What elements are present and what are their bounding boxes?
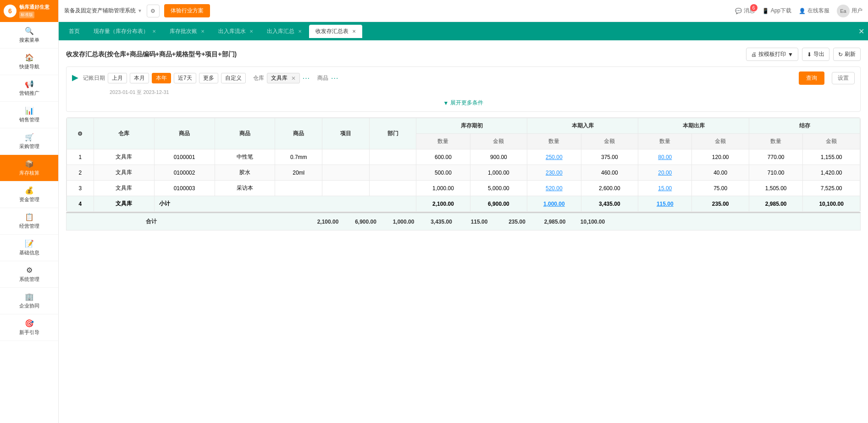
row-in-qty-1[interactable]: 230.00 bbox=[527, 165, 581, 181]
date-custom-btn[interactable]: 自定义 bbox=[221, 73, 246, 83]
warehouse-tag-close[interactable]: ✕ bbox=[291, 75, 296, 82]
data-table: ⚙ 仓库 商品 商品 商品 项目 部门 库存期初 本期入库 本期出库 结存 数量 bbox=[66, 118, 860, 212]
table-row: 3 文具库 0100003 采访本 1,000.00 5,000.00 520.… bbox=[67, 181, 860, 196]
tab-batch-ledger[interactable]: 库存批次账 ✕ bbox=[163, 25, 211, 38]
refresh-icon: ↻ bbox=[838, 51, 843, 58]
tab-inventory-dist-label: 现存量（库存分布表） bbox=[94, 27, 149, 35]
row-warehouse-2: 文具库 bbox=[94, 181, 154, 196]
tab-inventory-dist-close[interactable]: ✕ bbox=[152, 29, 156, 34]
subtotal-bal-qty: 2,985.00 bbox=[749, 196, 803, 212]
export-button[interactable]: ⬇ 导出 bbox=[802, 48, 829, 61]
subtotal-row: 4 文具库 小计 2,100.00 6,900.00 1,000.00 3,43… bbox=[67, 196, 860, 212]
date-7days-btn[interactable]: 近7天 bbox=[174, 73, 196, 83]
sidebar-nav: 🔍 搜索菜单 🏠 快捷导航 📢 营销推广 📊 销售管理 🛒 采购管理 📦 库存核… bbox=[0, 22, 58, 423]
row-in-qty-2[interactable]: 520.00 bbox=[527, 181, 581, 196]
sidebar-item-basic-info[interactable]: 📝 基础信息 bbox=[0, 235, 58, 261]
subtotal-init-amt: 6,900.00 bbox=[470, 196, 527, 212]
search-icon: 🔍 bbox=[25, 27, 34, 35]
period-in-group-header: 本期入库 bbox=[527, 118, 638, 134]
total-out-qty: 115.00 bbox=[461, 219, 498, 225]
tab-inout-flow-close[interactable]: ✕ bbox=[249, 29, 253, 34]
tab-home[interactable]: 首页 bbox=[62, 25, 86, 38]
row-out-qty-2[interactable]: 15.00 bbox=[638, 181, 692, 196]
basic-info-icon: 📝 bbox=[25, 239, 34, 248]
tab-inventory-dist[interactable]: 现存量（库存分布表） ✕ bbox=[87, 25, 162, 38]
print-button[interactable]: 🖨 按模板打印 ▼ bbox=[746, 48, 798, 61]
warehouse-more-dots[interactable]: ··· bbox=[303, 74, 310, 82]
home-icon: 🏠 bbox=[25, 53, 34, 62]
user-action[interactable]: Ea 用户 bbox=[837, 5, 862, 17]
row-init-amt-0: 900.00 bbox=[470, 149, 527, 165]
sidebar-item-operations[interactable]: 📋 经营管理 bbox=[0, 208, 58, 235]
sidebar-label-guide: 新手引导 bbox=[19, 329, 39, 336]
row-out-qty-0[interactable]: 80.00 bbox=[638, 149, 692, 165]
refresh-button[interactable]: ↻ 刷新 bbox=[833, 48, 861, 61]
subtotal-warehouse: 文具库 bbox=[94, 196, 154, 212]
sidebar-label-basic-info: 基础信息 bbox=[19, 249, 39, 256]
row-spec-1: 20ml bbox=[275, 165, 322, 181]
sidebar-item-purchase[interactable]: 🛒 采购管理 bbox=[0, 128, 58, 155]
total-bal-qty: 2,985.00 bbox=[536, 219, 573, 225]
query-button[interactable]: 查询 bbox=[799, 71, 824, 85]
sidebar-item-guide[interactable]: 🎯 新手引导 bbox=[0, 314, 58, 341]
subtotal-init-qty: 2,100.00 bbox=[416, 196, 470, 212]
row-in-qty-0[interactable]: 250.00 bbox=[527, 149, 581, 165]
online-service-action[interactable]: 👤 在线客服 bbox=[799, 7, 829, 15]
date-this-year-btn[interactable]: 本年 bbox=[152, 73, 171, 83]
row-in-amt-1: 460.00 bbox=[581, 165, 638, 181]
sidebar-item-enterprise[interactable]: 🏢 企业协同 bbox=[0, 288, 58, 314]
goods-more-dots[interactable]: ··· bbox=[331, 74, 338, 82]
balance-group-header: 结存 bbox=[749, 118, 860, 134]
tab-recv-send-summary-close[interactable]: ✕ bbox=[352, 29, 356, 34]
system-title-dropdown[interactable]: 装备及固定资产辅助管理系统 ▼ bbox=[64, 7, 142, 15]
date-range-text: 2023-01-01 至 2023-12-31 bbox=[110, 89, 169, 96]
init-inventory-group-header: 库存期初 bbox=[416, 118, 527, 134]
try-industry-button[interactable]: 体验行业方案 bbox=[164, 4, 210, 17]
expand-more-button[interactable]: ▼ 展开更多条件 bbox=[443, 99, 484, 107]
sidebar-item-quick-nav[interactable]: 🏠 快捷导航 bbox=[0, 49, 58, 75]
row-out-amt-2: 75.00 bbox=[692, 181, 749, 196]
settings-button[interactable]: ⚙ bbox=[147, 5, 160, 17]
sidebar-item-search[interactable]: 🔍 搜索菜单 bbox=[0, 22, 58, 49]
tab-bar-close-button[interactable]: ✕ bbox=[858, 27, 864, 36]
date-this-month-btn[interactable]: 本月 bbox=[130, 73, 149, 83]
date-more-btn[interactable]: 更多 bbox=[199, 73, 218, 83]
sidebar-item-finance[interactable]: 💰 资金管理 bbox=[0, 181, 58, 208]
filter-collapse-button[interactable]: ▶ bbox=[72, 71, 78, 82]
table-row: 1 文具库 0100001 中性笔 0.7mm 600.00 900.00 25… bbox=[67, 149, 860, 165]
subtotal-bal-amt: 10,100.00 bbox=[803, 196, 860, 212]
tab-inout-summary[interactable]: 出入库汇总 ✕ bbox=[260, 25, 308, 38]
sidebar-item-sales[interactable]: 📊 销售管理 bbox=[0, 102, 58, 128]
subtotal-out-qty[interactable]: 115.00 bbox=[638, 196, 692, 212]
row-code-0: 0100001 bbox=[154, 149, 215, 165]
service-icon: 👤 bbox=[799, 8, 806, 14]
row-dept-1 bbox=[369, 165, 416, 181]
tab-batch-ledger-close[interactable]: ✕ bbox=[201, 29, 205, 34]
app-download-action[interactable]: 📱 App下载 bbox=[762, 7, 791, 15]
row-num-2: 3 bbox=[67, 181, 94, 196]
sidebar-item-inventory[interactable]: 📦 库存核算 bbox=[0, 155, 58, 181]
logo-icon: 6 bbox=[4, 5, 17, 17]
sidebar-label-enterprise: 企业协同 bbox=[19, 302, 39, 309]
sidebar-item-system[interactable]: ⚙ 系统管理 bbox=[0, 261, 58, 288]
settings-col-header[interactable]: ⚙ bbox=[67, 118, 94, 149]
row-out-qty-1[interactable]: 20.00 bbox=[638, 165, 692, 181]
refresh-label: 刷新 bbox=[845, 50, 856, 58]
message-action[interactable]: 💬 消息 6 bbox=[735, 7, 755, 15]
row-init-amt-2: 5,000.00 bbox=[470, 181, 527, 196]
date-last-month-btn[interactable]: 上月 bbox=[108, 73, 127, 83]
message-icon: 💬 bbox=[735, 8, 742, 14]
filter-bar: ▶ 记账日期 上月 本月 本年 近7天 更多 自定义 bbox=[66, 66, 861, 112]
row-bal-amt-2: 7,525.00 bbox=[803, 181, 860, 196]
tab-recv-send-summary[interactable]: 收发存汇总表 ✕ bbox=[309, 25, 362, 38]
row-bal-qty-2: 1,505.00 bbox=[749, 181, 803, 196]
tab-inout-flow[interactable]: 出入库流水 ✕ bbox=[212, 25, 260, 38]
setup-button[interactable]: 设置 bbox=[832, 72, 855, 84]
subtotal-num: 4 bbox=[67, 196, 94, 212]
dept-col-header: 部门 bbox=[369, 118, 416, 149]
sidebar-item-marketing[interactable]: 📢 营销推广 bbox=[0, 75, 58, 102]
print-label: 按模板打印 bbox=[758, 50, 786, 58]
total-out-amt: 235.00 bbox=[498, 219, 536, 225]
subtotal-in-qty[interactable]: 1,000.00 bbox=[527, 196, 581, 212]
tab-inout-summary-close[interactable]: ✕ bbox=[298, 29, 302, 34]
